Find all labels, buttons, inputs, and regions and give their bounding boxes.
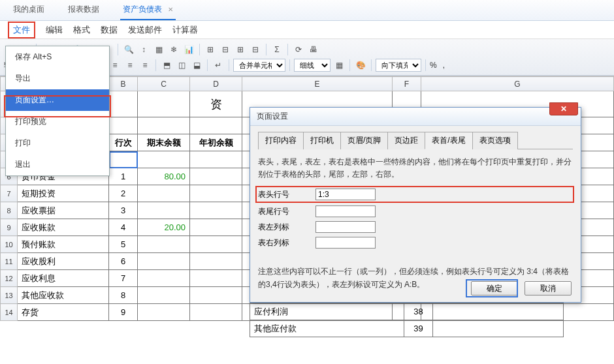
cell[interactable]: 4	[109, 219, 138, 236]
col-header-c[interactable]: C	[138, 77, 190, 91]
fill-select[interactable]: 向下填充	[376, 59, 421, 72]
cell[interactable]: 6	[109, 253, 138, 270]
cell[interactable]	[138, 253, 190, 270]
cell[interactable]	[190, 304, 242, 321]
cell[interactable]: 应收股利	[18, 253, 109, 270]
ok-button[interactable]: 确定	[471, 281, 518, 296]
valign-mid-icon[interactable]: ◫	[175, 59, 188, 72]
col-header-g[interactable]: G	[421, 77, 614, 91]
tab-report[interactable]: 报表数据	[65, 0, 102, 20]
menu-print[interactable]: 打印	[6, 132, 109, 154]
merge-select[interactable]: 合并单元格	[233, 59, 285, 72]
menu-file[interactable]: 文件	[8, 22, 35, 38]
menu-edit[interactable]: 编辑	[46, 24, 63, 36]
line-select[interactable]: 细线	[294, 59, 331, 72]
menu-exit[interactable]: 退出	[6, 154, 109, 175]
print-icon[interactable]: 🖶	[307, 43, 320, 56]
left-col-input[interactable]	[315, 221, 376, 233]
cell[interactable]	[190, 185, 242, 202]
menu-data[interactable]: 数据	[101, 24, 118, 36]
cell[interactable]	[190, 151, 242, 168]
cell[interactable]	[190, 270, 242, 287]
cell[interactable]	[138, 185, 190, 202]
row-header[interactable]: 13	[1, 287, 18, 304]
refresh-icon[interactable]: ⟳	[292, 43, 305, 56]
delete-col-icon[interactable]: ⊟	[249, 43, 262, 56]
tab-page-options[interactable]: 表页选项	[472, 132, 518, 149]
cell[interactable]: 38	[404, 303, 433, 320]
cell[interactable]: 预付账款	[18, 236, 109, 253]
valign-top-icon[interactable]: ⬒	[160, 59, 173, 72]
align-right-icon[interactable]: ≡	[138, 59, 152, 72]
cell[interactable]: 短期投资	[18, 185, 109, 202]
row-header[interactable]: 7	[1, 185, 18, 202]
menu-mail[interactable]: 发送邮件	[128, 24, 162, 36]
cell[interactable]: 1	[109, 168, 138, 185]
tab-header-footer[interactable]: 页眉/页脚	[340, 132, 388, 149]
col-header-b[interactable]: B	[109, 77, 138, 91]
row-header[interactable]: 9	[1, 219, 18, 236]
cell[interactable]: 80.00	[138, 168, 190, 185]
tab-print-content[interactable]: 打印内容	[258, 132, 304, 149]
cell[interactable]: 应收票据	[18, 202, 109, 219]
cell[interactable]	[190, 287, 242, 304]
menu-save[interactable]: 保存 Alt+S	[6, 46, 109, 68]
tab-printer[interactable]: 打印机	[303, 132, 341, 149]
cell[interactable]: 8	[109, 287, 138, 304]
sum-icon[interactable]: Σ	[270, 43, 283, 56]
dialog-close-button[interactable]: ✕	[549, 102, 578, 115]
cell[interactable]	[138, 304, 190, 321]
chart-icon[interactable]: 📊	[182, 43, 195, 56]
align-center-icon[interactable]: ≡	[123, 59, 137, 72]
insert-row-icon[interactable]: ⊞	[204, 43, 217, 56]
cell[interactable]	[138, 270, 190, 287]
wrap-icon[interactable]: ↵	[212, 59, 225, 72]
cell[interactable]: 7	[109, 270, 138, 287]
right-col-input[interactable]	[315, 237, 376, 249]
cell[interactable]	[190, 202, 242, 219]
row-header[interactable]: 12	[1, 270, 18, 287]
cell[interactable]: 20.00	[138, 219, 190, 236]
cell[interactable]: 2	[109, 185, 138, 202]
cell[interactable]	[138, 151, 190, 168]
tab-balance[interactable]: 资产负债表 ✕	[120, 0, 176, 20]
head-row-input[interactable]	[315, 189, 376, 200]
tab-margins[interactable]: 页边距	[387, 132, 425, 149]
border-icon[interactable]: ▦	[332, 59, 346, 72]
menu-page-setup[interactable]: 页面设置…	[6, 89, 109, 111]
col-header-e[interactable]: E	[242, 77, 393, 91]
cell[interactable]: 9	[109, 304, 138, 321]
align-left-icon[interactable]: ≡	[108, 59, 121, 72]
sort-icon[interactable]: ↕	[137, 43, 150, 56]
cell[interactable]: 其他应收款	[18, 287, 109, 304]
menu-calculator[interactable]: 计算器	[172, 24, 198, 36]
row-header[interactable]: 11	[1, 253, 18, 270]
cell[interactable]: 其他应付款	[250, 320, 404, 337]
col-header-f[interactable]: F	[393, 77, 421, 91]
valign-bot-icon[interactable]: ⬓	[190, 59, 203, 72]
cell[interactable]: 39	[404, 320, 433, 337]
tail-row-input[interactable]	[315, 205, 376, 217]
freeze-icon[interactable]: ❄	[167, 43, 180, 56]
cell[interactable]: 应收账款	[18, 219, 109, 236]
cell[interactable]: 应收利息	[18, 270, 109, 287]
tab-head-tail[interactable]: 表首/表尾	[425, 132, 472, 149]
menu-export[interactable]: 导出	[6, 68, 109, 89]
cell[interactable]: 应付利润	[250, 303, 404, 320]
cell[interactable]	[190, 236, 242, 253]
cell[interactable]	[190, 253, 242, 270]
insert-col-icon[interactable]: ⊞	[234, 43, 247, 56]
cell[interactable]	[109, 151, 138, 168]
delete-row-icon[interactable]: ⊟	[219, 43, 232, 56]
cell[interactable]: 存货	[18, 304, 109, 321]
cell[interactable]	[138, 287, 190, 304]
menu-print-preview[interactable]: 打印预览	[6, 111, 109, 132]
tab-desktop[interactable]: 我的桌面	[10, 0, 47, 20]
cancel-button[interactable]: 取消	[525, 281, 572, 296]
cell[interactable]	[138, 202, 190, 219]
col-header-d[interactable]: D	[190, 77, 242, 91]
cell[interactable]: 5	[109, 236, 138, 253]
menu-format[interactable]: 格式	[73, 24, 90, 36]
paint-icon[interactable]: 🎨	[354, 59, 367, 72]
row-header[interactable]: 14	[1, 304, 18, 321]
